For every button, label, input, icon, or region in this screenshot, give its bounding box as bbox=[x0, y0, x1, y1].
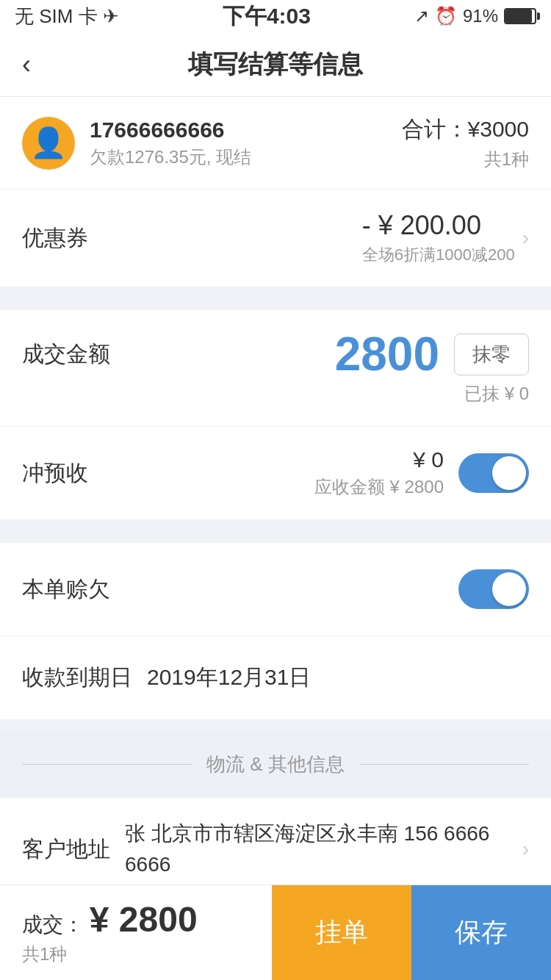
avatar: 👤 bbox=[22, 117, 75, 170]
status-right: ↗ ⏰ 91% bbox=[414, 6, 536, 26]
bad-debt-row: 本单赊欠 bbox=[0, 543, 551, 635]
customer-row: 👤 17666666666 欠款1276.35元, 现结 合计：¥3000 共1… bbox=[0, 97, 551, 189]
battery-percent: 91% bbox=[463, 6, 498, 26]
customer-right: 合计：¥3000 共1种 bbox=[402, 115, 529, 171]
customer-left: 👤 17666666666 欠款1276.35元, 现结 bbox=[22, 117, 251, 170]
nav-bar: ‹ 填写结算等信息 bbox=[0, 32, 551, 97]
customer-info: 17666666666 欠款1276.35元, 现结 bbox=[90, 118, 251, 169]
prereceive-label: 冲预收 bbox=[22, 458, 88, 489]
logistics-label: 物流 & 其他信息 bbox=[206, 752, 345, 777]
bottom-bar: 成交： ¥ 2800 共1种 挂单 保存 bbox=[0, 884, 551, 980]
bad-debt-toggle[interactable] bbox=[458, 569, 529, 609]
deal-row: 成交金额 2800 抹零 bbox=[22, 331, 529, 378]
address-label: 客户地址 bbox=[22, 835, 110, 865]
prereceive-row: 冲预收 ¥ 0 应收金额 ¥ 2800 bbox=[0, 426, 551, 519]
total-count: 共1种 bbox=[402, 148, 529, 171]
deal-amount-value: 2800 bbox=[335, 331, 439, 378]
coupon-row[interactable]: 优惠券 - ¥ 200.00 全场6折满1000减200 › bbox=[0, 189, 551, 287]
bottom-deal-amount: ¥ 2800 bbox=[90, 900, 198, 939]
customer-phone: 17666666666 bbox=[90, 118, 251, 143]
status-bar: 无 SIM 卡 ✈ 下午4:03 ↗ ⏰ 91% bbox=[0, 0, 551, 32]
bad-debt-label: 本单赊欠 bbox=[22, 574, 110, 605]
coupon-amount: - ¥ 200.00 bbox=[362, 210, 515, 241]
battery-icon bbox=[504, 8, 536, 24]
prereceive-toggle[interactable] bbox=[458, 453, 529, 493]
prereceive-right: ¥ 0 应收金额 ¥ 2800 bbox=[314, 447, 529, 499]
toggle-knob bbox=[492, 456, 526, 490]
bottom-count: 共1种 bbox=[22, 943, 250, 966]
logistics-line-right bbox=[359, 764, 529, 765]
coupon-desc: 全场6折满1000减200 bbox=[362, 244, 515, 266]
avatar-icon: 👤 bbox=[30, 126, 67, 160]
due-date-value: 2019年12月31日 bbox=[147, 663, 311, 693]
status-time: 下午4:03 bbox=[223, 1, 311, 32]
address-chevron: › bbox=[522, 837, 529, 861]
section-divider-1 bbox=[0, 298, 551, 310]
save-button[interactable]: 保存 bbox=[411, 885, 551, 981]
prereceive-info: ¥ 0 应收金额 ¥ 2800 bbox=[314, 447, 444, 499]
customer-sub: 欠款1276.35元, 现结 bbox=[90, 145, 251, 169]
coupon-right: - ¥ 200.00 全场6折满1000减200 › bbox=[362, 210, 529, 266]
round-button[interactable]: 抹零 bbox=[454, 334, 529, 375]
deal-amount-row: 成交金额 2800 抹零 已抹 ¥ 0 bbox=[0, 310, 551, 426]
deal-label: 成交金额 bbox=[22, 339, 110, 370]
section-divider-2 bbox=[0, 531, 551, 543]
page-title: 填写结算等信息 bbox=[188, 48, 363, 82]
due-date-row: 收款到期日 2019年12月31日 bbox=[0, 635, 551, 719]
logistics-divider: 物流 & 其他信息 bbox=[0, 731, 551, 798]
bad-debt-toggle-knob bbox=[492, 572, 526, 606]
back-button[interactable]: ‹ bbox=[15, 42, 38, 87]
customer-card: 👤 17666666666 欠款1276.35元, 现结 合计：¥3000 共1… bbox=[0, 97, 551, 287]
coupon-info: - ¥ 200.00 全场6折满1000减200 bbox=[362, 210, 515, 266]
bottom-summary: 成交： ¥ 2800 共1种 bbox=[0, 899, 272, 966]
due-date-label: 收款到期日 bbox=[22, 663, 132, 693]
section-divider-3 bbox=[0, 719, 551, 731]
bottom-deal-label: 成交： bbox=[22, 913, 84, 936]
status-left: 无 SIM 卡 ✈ bbox=[15, 4, 119, 29]
alarm-icon: ⏰ bbox=[435, 6, 457, 26]
deal-right: 2800 抹零 bbox=[335, 331, 529, 378]
coupon-chevron: › bbox=[522, 226, 529, 250]
location-icon: ↗ bbox=[414, 6, 429, 26]
bottom-deal-row: 成交： ¥ 2800 bbox=[22, 899, 250, 940]
deal-sub: 已抹 ¥ 0 bbox=[22, 382, 529, 406]
sim-status: 无 SIM 卡 ✈ bbox=[15, 4, 119, 29]
coupon-label: 优惠券 bbox=[22, 223, 88, 253]
prereceive-sub: 应收金额 ¥ 2800 bbox=[314, 475, 444, 499]
address-value: 张 北京市市辖区海淀区永丰南 156 6666 6666 bbox=[125, 818, 522, 880]
hold-button[interactable]: 挂单 bbox=[272, 885, 411, 981]
deal-section: 成交金额 2800 抹零 已抹 ¥ 0 冲预收 ¥ 0 应收金额 ¥ 2800 bbox=[0, 310, 551, 519]
total-amount: 合计：¥3000 bbox=[402, 115, 529, 145]
logistics-line-left bbox=[22, 764, 192, 765]
prereceive-amount: ¥ 0 bbox=[314, 447, 444, 472]
